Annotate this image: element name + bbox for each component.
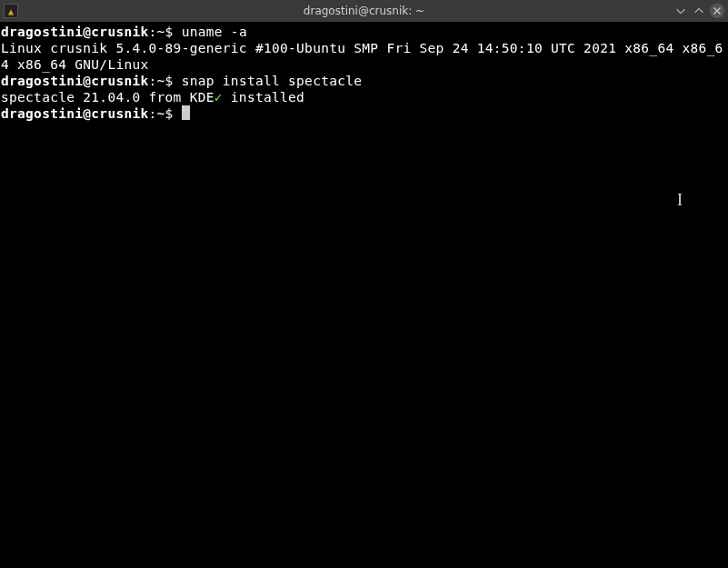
output-text-post: installed bbox=[223, 90, 304, 105]
window-title: dragostini@crusnik: ~ bbox=[304, 5, 424, 17]
prompt-path: ~ bbox=[157, 106, 165, 121]
prompt-user-host: dragostini@crusnik bbox=[1, 106, 149, 121]
terminal-cursor bbox=[182, 105, 190, 120]
close-icon bbox=[711, 5, 723, 17]
prompt-separator: : bbox=[149, 74, 157, 88]
chevron-up-icon bbox=[693, 5, 705, 17]
command-text: uname -a bbox=[182, 25, 247, 39]
prompt-line-3: dragostini@crusnik:~$ bbox=[1, 106, 190, 121]
output-line-2: spectacle 21.04.0 from KDE✓ installed bbox=[1, 90, 304, 105]
prompt-user-host: dragostini@crusnik bbox=[1, 25, 149, 39]
maximize-button[interactable] bbox=[692, 4, 706, 18]
terminal-output[interactable]: dragostini@crusnik:~$ uname -a Linux cru… bbox=[0, 22, 728, 124]
prompt-separator: : bbox=[149, 106, 157, 121]
close-button[interactable] bbox=[710, 4, 724, 18]
prompt-path: ~ bbox=[157, 74, 165, 88]
app-icon: ▲ bbox=[4, 4, 18, 18]
minimize-button[interactable] bbox=[673, 4, 688, 18]
prompt-user-host: dragostini@crusnik bbox=[1, 74, 149, 88]
command-text: snap install spectacle bbox=[182, 74, 363, 88]
prompt-path: ~ bbox=[157, 25, 165, 39]
mouse-text-cursor-icon: I bbox=[677, 191, 683, 210]
window-titlebar: ▲ dragostini@crusnik: ~ bbox=[0, 0, 728, 22]
output-line-1: Linux crusnik 5.4.0-89-generic #100-Ubun… bbox=[1, 41, 723, 72]
prompt-symbol: $ bbox=[165, 106, 174, 121]
prompt-symbol: $ bbox=[165, 25, 174, 39]
window-controls bbox=[673, 4, 724, 18]
prompt-symbol: $ bbox=[165, 74, 174, 88]
checkmark-icon: ✓ bbox=[214, 90, 223, 105]
app-icon-glyph: ▲ bbox=[8, 6, 14, 16]
prompt-line-1: dragostini@crusnik:~$ uname -a bbox=[1, 25, 247, 39]
prompt-separator: : bbox=[149, 25, 157, 39]
prompt-line-2: dragostini@crusnik:~$ snap install spect… bbox=[1, 74, 362, 88]
output-text-pre: spectacle 21.04.0 from KDE bbox=[1, 90, 214, 105]
chevron-down-icon bbox=[674, 5, 687, 17]
